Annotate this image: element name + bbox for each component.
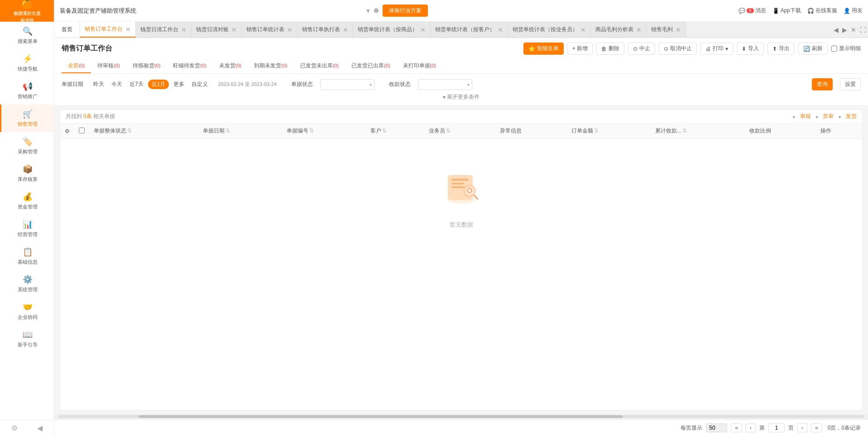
tabs-close-all-btn[interactable]: ✕ xyxy=(849,26,858,33)
scrollbar-thumb[interactable] xyxy=(139,415,623,418)
sub-tab-pending-review[interactable]: 待审核(0) xyxy=(91,59,126,73)
tab-order-stats[interactable]: 销售订单统计表 ✕ xyxy=(242,22,297,38)
stop-btn[interactable]: ⊙ 中止 xyxy=(628,43,655,55)
tab-close-sales-stats-product[interactable]: ✕ xyxy=(420,27,426,33)
sub-tab-shipped-not-out[interactable]: 已发货未出库(0) xyxy=(294,59,345,73)
topbar-service[interactable]: 🎧 在线客服 xyxy=(807,7,837,14)
ship-btn[interactable]: 发货 xyxy=(846,113,857,120)
sidebar-item-finance[interactable]: 💰 资金管理 xyxy=(0,187,54,215)
tabs-next-btn[interactable]: ▶ xyxy=(840,26,849,33)
sub-tab-not-shipped[interactable]: 未发货(0) xyxy=(213,59,248,73)
payment-select[interactable] xyxy=(418,79,472,90)
show-detail-checkbox[interactable] xyxy=(831,46,837,52)
sidebar-item-operations[interactable]: 📊 经营管理 xyxy=(0,215,54,242)
tab-close-gross-profit[interactable]: ✕ xyxy=(636,27,642,33)
expand-btn[interactable]: ▾ 展开更多条件 xyxy=(443,93,480,101)
tab-sales-stats-customer[interactable]: 销货单统计表（按客户） ✕ xyxy=(431,22,508,38)
status-select[interactable] xyxy=(320,79,374,90)
sub-tab-pending-delivery[interactable]: 待拣验货(0) xyxy=(126,59,167,73)
smart-create-btn[interactable]: ⭐ 智能生单 xyxy=(523,43,564,55)
refresh-btn[interactable]: 🔄 刷新 xyxy=(798,43,828,55)
tab-close-sales-stats-staff[interactable]: ✕ xyxy=(580,27,586,33)
sidebar-item-inventory[interactable]: 📦 库存核算 xyxy=(0,160,54,187)
print-btn[interactable]: 🖨 打印 ▾ xyxy=(700,43,733,55)
filter-settings-btn[interactable]: 设置 xyxy=(840,78,861,90)
sort-amount-icon[interactable]: ⇅ xyxy=(594,128,599,134)
import-btn[interactable]: ⬇ 导入 xyxy=(737,43,764,55)
page-last-btn[interactable]: » xyxy=(811,423,822,432)
show-detail-label[interactable]: 显示明细 xyxy=(831,45,861,52)
tab-gross-profit[interactable]: 商品毛利分析表 ✕ xyxy=(591,22,647,38)
cancel-stop-icon: ⊙ xyxy=(664,46,668,52)
tab-cash-daily[interactable]: 钱货日清工作台 ✕ xyxy=(136,22,192,38)
cancel-review-btn[interactable]: 弃审 xyxy=(823,113,834,120)
th-settings[interactable]: ⚙ xyxy=(60,123,74,139)
topbar-industry-btn[interactable]: 体验行业方案 xyxy=(383,5,428,17)
date-yesterday-btn[interactable]: 昨天 xyxy=(91,80,107,89)
tab-close-cash-daily[interactable]: ✕ xyxy=(181,27,187,33)
date-1month-btn[interactable]: 近1月 xyxy=(148,80,169,89)
page-next-btn[interactable]: › xyxy=(797,423,807,432)
sidebar-item-quick[interactable]: ⚡ 快捷导航 xyxy=(0,49,54,77)
review-btn[interactable]: 审核 xyxy=(800,113,811,120)
select-all-checkbox[interactable] xyxy=(79,128,85,133)
page-size-select[interactable]: 10 20 50 100 xyxy=(706,423,727,432)
sidebar-item-guide[interactable]: 📖 新手引导 xyxy=(0,325,54,353)
tabs-prev-btn[interactable]: ◀ xyxy=(832,26,840,33)
sidebar-item-sales[interactable]: 🛒 销售管理 xyxy=(0,104,54,132)
tabs-fullscreen-btn[interactable]: ⛶ xyxy=(858,26,868,33)
delete-btn[interactable]: 🗑 删除 xyxy=(596,43,624,55)
horizontal-scrollbar[interactable] xyxy=(54,414,868,419)
sort-customer-icon[interactable]: ⇅ xyxy=(382,128,387,134)
page-input[interactable] xyxy=(768,423,785,432)
topbar-app-download[interactable]: 📱 App下载 xyxy=(772,7,801,14)
sidebar-item-base[interactable]: 📋 基础信息 xyxy=(0,242,54,270)
sub-tab-all[interactable]: 全部(0) xyxy=(62,59,91,73)
topbar-dropdown-icon[interactable]: ▾ xyxy=(366,6,370,15)
tab-cash-account[interactable]: 钱货日清对账 ✕ xyxy=(192,22,242,38)
sidebar-item-collab[interactable]: 🤝 企业协同 xyxy=(0,298,54,325)
sub-tab-not-printed[interactable]: 未打印单据(0) xyxy=(397,59,442,73)
tab-home[interactable]: 首页 xyxy=(54,22,80,38)
tab-close-sales-order[interactable]: ✕ xyxy=(125,26,131,33)
tab-sales-order[interactable]: 销售订单工作台 ✕ xyxy=(80,22,136,38)
sort-staff-icon[interactable]: ⇅ xyxy=(446,128,451,134)
sidebar-item-search[interactable]: 🔍 搜索菜单 xyxy=(0,22,54,49)
tab-close-cash-account[interactable]: ✕ xyxy=(231,27,237,33)
topbar-user[interactable]: 👤 用友 xyxy=(844,7,863,14)
sub-tab-expired-not-shipped[interactable]: 到期未发货(0) xyxy=(248,59,293,73)
page-prev-btn[interactable]: ‹ xyxy=(746,423,756,432)
tab-order-exec[interactable]: 销售订单执行表 ✕ xyxy=(297,22,353,38)
scrollbar-track[interactable] xyxy=(58,415,864,418)
add-btn[interactable]: + 新增 xyxy=(567,43,593,55)
page-first-btn[interactable]: « xyxy=(731,423,742,432)
sort-status-icon[interactable]: ⇅ xyxy=(127,128,132,134)
sort-date-icon[interactable]: ⇅ xyxy=(225,128,230,134)
tab-close-sales-rec[interactable]: ✕ xyxy=(676,27,681,33)
date-today-btn[interactable]: 今天 xyxy=(109,80,125,89)
search-btn[interactable]: 查询 xyxy=(812,78,833,90)
export-btn[interactable]: ⬆ 导出 xyxy=(767,43,795,55)
sidebar-settings-btn[interactable]: ⚙ xyxy=(11,424,18,432)
sort-collected-icon[interactable]: ⇅ xyxy=(682,128,687,134)
sub-tab-wangpu-delivery[interactable]: 旺铺待发货(0) xyxy=(167,59,212,73)
sidebar-item-purchase[interactable]: 🏷️ 采购管理 xyxy=(0,132,54,160)
topbar-settings-btn[interactable]: ⚙ xyxy=(374,7,379,14)
tab-close-order-stats[interactable]: ✕ xyxy=(287,27,293,33)
sidebar-item-system[interactable]: ⚙️ 系统管理 xyxy=(0,270,54,298)
topbar-messages[interactable]: 💬 6 消息 xyxy=(739,7,766,14)
tab-close-sales-stats-customer[interactable]: ✕ xyxy=(498,27,503,33)
tab-sales-stats-staff[interactable]: 销货单统计表（按业务员） ✕ xyxy=(508,22,591,38)
cancel-stop-btn[interactable]: ⊙ 取消中止 xyxy=(659,43,697,55)
date-more-btn[interactable]: 更多 xyxy=(171,80,187,89)
th-checkbox[interactable] xyxy=(74,123,89,139)
tab-close-order-exec[interactable]: ✕ xyxy=(343,27,348,33)
date-7days-btn[interactable]: 近7天 xyxy=(127,80,146,89)
tab-sales-stats-product[interactable]: 销货单统计表（按商品） ✕ xyxy=(353,22,431,38)
sort-number-icon[interactable]: ⇅ xyxy=(309,128,314,134)
sidebar-item-marketing-promo[interactable]: 📢 营销推广 xyxy=(0,77,54,104)
sub-tab-shipped-out[interactable]: 已发货已出库(0) xyxy=(345,59,396,73)
sidebar-collapse-btn[interactable]: ◀ xyxy=(37,424,43,432)
date-custom-btn[interactable]: 自定义 xyxy=(189,80,211,89)
tab-sales-rec[interactable]: 销售毛利 ✕ xyxy=(647,22,686,38)
